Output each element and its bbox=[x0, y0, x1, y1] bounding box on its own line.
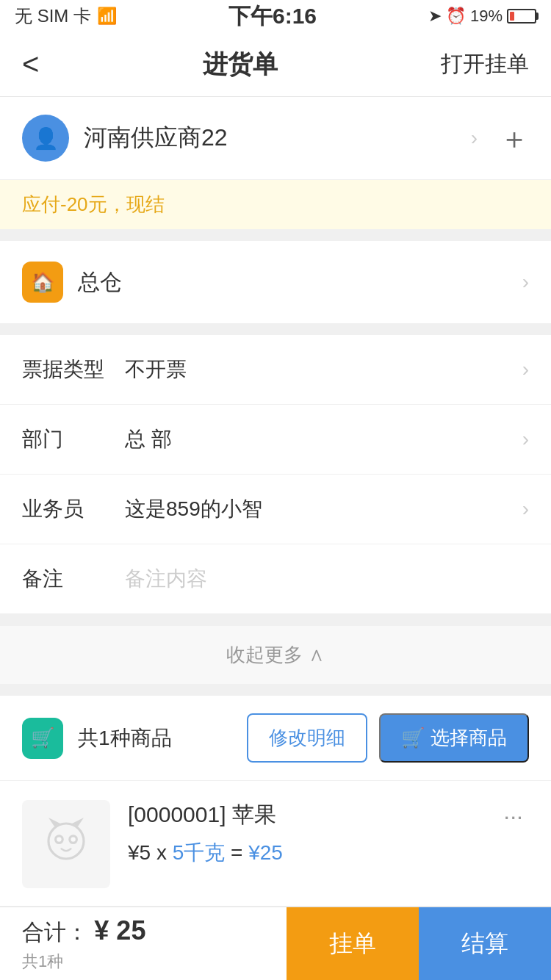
product-price: ¥5 x 5千克 = ¥25 bbox=[128, 839, 497, 867]
multiply-sign: x bbox=[156, 841, 173, 864]
supplier-name: 河南供应商22 bbox=[84, 122, 471, 154]
product-menu-button[interactable]: ··· bbox=[497, 800, 529, 833]
quantity: 5千克 bbox=[173, 841, 226, 864]
battery-icon bbox=[507, 9, 536, 24]
total-sub: 共1种 bbox=[22, 951, 264, 973]
invoice-type-value: 不开票 bbox=[125, 356, 515, 383]
battery-percent: 19% bbox=[470, 7, 503, 26]
total-section: 合计： ¥ 25 共1种 bbox=[0, 915, 287, 973]
subtotal: ¥25 bbox=[248, 841, 283, 864]
unit-price: ¥5 bbox=[128, 841, 151, 864]
select-icon: 🛒 bbox=[401, 727, 425, 749]
select-label: 选择商品 bbox=[431, 725, 507, 751]
salesperson-label: 业务员 bbox=[22, 495, 125, 523]
department-chevron-icon: › bbox=[522, 428, 529, 451]
open-hang-button[interactable]: 打开挂单 bbox=[441, 49, 529, 79]
remark-placeholder: 备注内容 bbox=[125, 565, 529, 593]
invoice-type-label: 票据类型 bbox=[22, 356, 125, 383]
product-info: [0000001] 苹果 ¥5 x 5千克 = ¥25 bbox=[128, 800, 497, 867]
nav-bar: < 进货单 打开挂单 bbox=[0, 32, 551, 97]
status-bar: 无 SIM 卡 📶 下午6:16 ➤ ⏰ 19% bbox=[0, 0, 551, 32]
sim-status: 无 SIM 卡 bbox=[15, 4, 91, 28]
remark-row[interactable]: 备注 备注内容 bbox=[0, 544, 551, 614]
salesperson-row[interactable]: 业务员 这是859的小智 › bbox=[0, 475, 551, 544]
svg-point-0 bbox=[48, 824, 84, 859]
total-amount: ¥ 25 bbox=[94, 915, 145, 945]
edit-detail-button[interactable]: 修改明细 bbox=[247, 713, 367, 763]
warehouse-row[interactable]: 🏠 总仓 › bbox=[0, 241, 551, 323]
invoice-chevron-icon: › bbox=[522, 358, 529, 381]
supplier-avatar: 👤 bbox=[22, 115, 69, 162]
products-count: 共1种商品 bbox=[78, 724, 247, 752]
notice-bar: 应付-20元，现结 bbox=[0, 180, 551, 229]
hang-button[interactable]: 挂单 bbox=[287, 907, 419, 981]
warehouse-chevron-icon: › bbox=[522, 270, 529, 294]
checkout-button[interactable]: 结算 bbox=[419, 907, 551, 981]
salesperson-value: 这是859的小智 bbox=[125, 495, 515, 523]
product-title: 苹果 bbox=[232, 802, 276, 826]
warehouse-icon-symbol: 🏠 bbox=[31, 271, 54, 294]
svg-point-4 bbox=[71, 837, 75, 841]
total-main: 合计： ¥ 25 bbox=[22, 915, 264, 948]
status-bar-left: 无 SIM 卡 📶 bbox=[15, 4, 117, 28]
product-thumbnail bbox=[22, 800, 110, 888]
page-title: 进货单 bbox=[203, 48, 278, 82]
cart-icon: 🛒 bbox=[31, 727, 54, 749]
supplier-chevron-icon: › bbox=[471, 126, 478, 150]
bottom-bar: 合计： ¥ 25 共1种 挂单 结算 bbox=[0, 907, 551, 980]
select-product-button[interactable]: 🛒 选择商品 bbox=[379, 713, 529, 763]
salesperson-chevron-icon: › bbox=[522, 497, 529, 521]
products-icon: 🛒 bbox=[22, 718, 63, 759]
invoice-type-row[interactable]: 票据类型 不开票 › bbox=[0, 335, 551, 405]
avatar-icon: 👤 bbox=[33, 126, 59, 151]
form-section: 票据类型 不开票 › 部门 总 部 › 业务员 这是859的小智 › 备注 备注… bbox=[0, 335, 551, 614]
department-row[interactable]: 部门 总 部 › bbox=[0, 405, 551, 475]
products-header: 🛒 共1种商品 修改明细 🛒 选择商品 bbox=[0, 696, 551, 781]
equals-sign: = bbox=[231, 841, 248, 864]
svg-point-3 bbox=[57, 837, 61, 841]
wifi-icon: 📶 bbox=[97, 7, 117, 26]
warehouse-name: 总仓 bbox=[78, 267, 515, 298]
product-code: [0000001] bbox=[128, 802, 226, 826]
add-supplier-button[interactable]: ＋ bbox=[500, 118, 529, 159]
warehouse-icon: 🏠 bbox=[22, 262, 63, 303]
owl-logo-icon bbox=[37, 815, 96, 873]
alarm-icon: ⏰ bbox=[446, 7, 466, 26]
collapse-label: 收起更多 ∧ bbox=[226, 642, 324, 668]
status-bar-time: 下午6:16 bbox=[228, 1, 317, 32]
department-label: 部门 bbox=[22, 425, 125, 453]
product-item: [0000001] 苹果 ¥5 x 5千克 = ¥25 ··· bbox=[0, 782, 551, 906]
department-value: 总 部 bbox=[125, 425, 515, 453]
back-button[interactable]: < bbox=[22, 48, 39, 81]
supplier-row[interactable]: 👤 河南供应商22 › ＋ bbox=[0, 97, 551, 180]
remark-label: 备注 bbox=[22, 565, 125, 593]
collapse-row[interactable]: 收起更多 ∧ bbox=[0, 626, 551, 684]
status-bar-right: ➤ ⏰ 19% bbox=[428, 7, 536, 26]
location-icon: ➤ bbox=[428, 7, 442, 26]
total-label: 合计： bbox=[22, 920, 88, 944]
supplier-section: 👤 河南供应商22 › ＋ 应付-20元，现结 bbox=[0, 97, 551, 229]
product-name: [0000001] 苹果 bbox=[128, 800, 497, 830]
main-content: 👤 河南供应商22 › ＋ 应付-20元，现结 🏠 总仓 › 票据类型 不开票 … bbox=[0, 97, 551, 906]
products-section: 🛒 共1种商品 修改明细 🛒 选择商品 bbox=[0, 696, 551, 906]
